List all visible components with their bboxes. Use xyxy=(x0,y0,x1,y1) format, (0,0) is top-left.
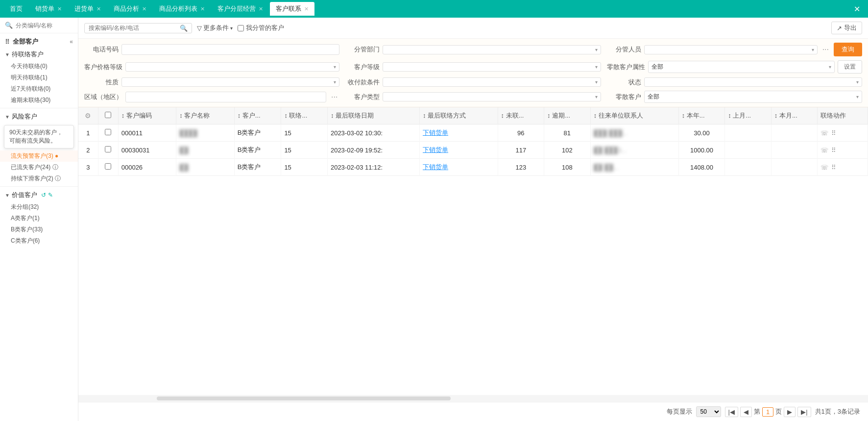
tab-analysis-close[interactable]: ✕ xyxy=(142,6,146,12)
my-customer-checkbox[interactable] xyxy=(238,25,244,31)
cell-no-contact: 96 xyxy=(498,124,544,142)
filter-search-input[interactable] xyxy=(89,25,177,31)
filter-search-box: 🔍 xyxy=(84,23,192,33)
adv-more-region[interactable]: ··· xyxy=(329,93,339,101)
page-next-btn[interactable]: ▶ xyxy=(784,407,796,417)
table-row: 3 000026 ██ B类客户 15 2023-02-03 11:12: 下销… xyxy=(78,159,868,176)
adv-row-nature: 性质 ▾ xyxy=(84,77,339,87)
adv-select-manager[interactable]: ▾ xyxy=(644,45,818,54)
filter-search-icon: 🔍 xyxy=(180,25,188,32)
content-area: 🔍 ▽ 更多条件 ▾ 我分管的客户 ↗ 导出 电话号码 xyxy=(78,18,868,421)
refresh-icon[interactable]: ↺ xyxy=(41,192,46,198)
row-checkbox[interactable] xyxy=(105,146,111,152)
tab-purchase-close[interactable]: ✕ xyxy=(96,6,101,12)
adv-select-status[interactable]: ▾ xyxy=(644,77,862,87)
filter-more-btn[interactable]: ▽ 更多条件 ▾ xyxy=(197,24,233,32)
sidebar-search-input[interactable] xyxy=(16,22,78,29)
tab-customer-tier-close[interactable]: ✕ xyxy=(259,6,263,12)
sidebar-group-value[interactable]: ▼ 价值客户 ↺ ✎ xyxy=(0,189,78,201)
sidebar-item-class-c[interactable]: C类客户(6) xyxy=(0,235,78,247)
action-more-icon[interactable]: ⠿ xyxy=(831,147,836,154)
sidebar-item-declining[interactable]: 持续下滑客户(2) ⓘ xyxy=(0,173,78,184)
tab-customer-contact[interactable]: 客户联系 ✕ xyxy=(270,2,314,16)
cell-this-year: 1408.00 xyxy=(678,159,725,176)
sidebar-item-7days[interactable]: 近7天待联络(0) xyxy=(0,83,78,95)
action-more-icon[interactable]: ⠿ xyxy=(831,129,836,137)
action-phone-icon[interactable]: ☏ xyxy=(820,147,828,154)
cell-contact: 15 xyxy=(281,142,328,159)
tab-analysis-list-close[interactable]: ✕ xyxy=(200,6,205,12)
adv-select-scatter[interactable]: 全部 ▾ xyxy=(644,91,862,103)
row-checkbox[interactable] xyxy=(105,129,111,135)
page-last-btn[interactable]: ▶| xyxy=(797,407,811,417)
sidebar-group-pending-label: 待联络客户 xyxy=(12,50,44,59)
sidebar-item-class-b[interactable]: B类客户(33) xyxy=(0,224,78,235)
sidebar-item-tomorrow[interactable]: 明天待联络(1) xyxy=(0,72,78,83)
export-button[interactable]: ↗ 导出 xyxy=(831,22,862,34)
adv-more-manager[interactable]: ··· xyxy=(820,45,831,54)
pagination: |◀ ◀ 第 1 页 ▶ ▶| xyxy=(725,407,811,417)
cell-name: ██ xyxy=(176,159,234,176)
sidebar-item-overdue[interactable]: 逾期未联络(30) xyxy=(0,95,78,106)
customer-table: ⚙ ↕ 客户编码 ↕ 客户名称 ↕ 客户... ↕ 联络... ↕ 最后联络日期… xyxy=(78,107,868,176)
adv-row-region: 区域（地区） ··· xyxy=(84,91,339,103)
th-settings[interactable]: ⚙ xyxy=(78,107,98,124)
tab-sales-close[interactable]: ✕ xyxy=(57,6,62,12)
adv-select-nature[interactable]: ▾ xyxy=(121,77,339,87)
adv-label-manager: 分管人员 xyxy=(607,45,641,54)
row-checkbox[interactable] xyxy=(105,163,111,170)
chevron-down-status: ▾ xyxy=(856,79,859,85)
tab-customer-contact-close[interactable]: ✕ xyxy=(304,6,309,12)
per-page-label: 每页显示 xyxy=(667,407,692,416)
page-first-btn[interactable]: |◀ xyxy=(725,407,738,417)
tab-analysis[interactable]: 商品分析 ✕ xyxy=(108,2,152,16)
adv-select-dept[interactable]: ▾ xyxy=(383,45,601,54)
cell-type: B类客户 xyxy=(234,142,281,159)
adv-select-customer-grade[interactable]: ▾ xyxy=(383,62,601,72)
sidebar-item-today[interactable]: 今天待联络(0) xyxy=(0,61,78,72)
adv-input-phone[interactable] xyxy=(121,44,339,55)
tab-customer-contact-label: 客户联系 xyxy=(276,4,301,13)
advanced-filter: 电话号码 分管部门 ▾ 分管人员 ▾ ··· 查询 xyxy=(78,39,868,107)
adv-select-customer-type[interactable]: ▾ xyxy=(383,92,601,101)
action-more-icon[interactable]: ⠿ xyxy=(831,164,836,171)
tab-home[interactable]: 首页 xyxy=(4,2,28,16)
edit-icon[interactable]: ✎ xyxy=(48,192,53,198)
sidebar-group-risk[interactable]: ▼ 风险客户 xyxy=(0,110,78,123)
adv-select-scatter-attr[interactable]: 全部 ▾ xyxy=(648,61,835,73)
adv-select-price-grade[interactable]: ▾ xyxy=(125,62,339,72)
sidebar-root[interactable]: ⠿ 全部客户 « xyxy=(0,33,78,48)
adv-row-scatter: 零散客户 全部 ▾ xyxy=(607,91,862,103)
cell-this-year: 1000.00 xyxy=(678,142,725,159)
sidebar-item-churned[interactable]: 已流失客户(24) ⓘ xyxy=(0,162,78,173)
tab-sales[interactable]: 销货单 ✕ xyxy=(29,2,68,16)
last-method-link[interactable]: 下销货单 xyxy=(423,146,448,153)
sidebar-item-class-a[interactable]: A类客户(1) xyxy=(0,213,78,224)
adv-select-payment[interactable]: ▾ xyxy=(383,77,601,87)
action-phone-icon[interactable]: ☏ xyxy=(820,164,828,171)
per-page-select[interactable]: 50 100 200 xyxy=(696,406,721,417)
last-method-link[interactable]: 下销货单 xyxy=(423,129,448,136)
action-phone-icon[interactable]: ☏ xyxy=(820,129,828,137)
query-button[interactable]: 查询 xyxy=(834,43,862,56)
select-all-checkbox[interactable] xyxy=(105,112,111,118)
tab-analysis-list[interactable]: 商品分析列表 ✕ xyxy=(153,2,211,16)
sidebar-search-icon: 🔍 xyxy=(5,22,13,29)
sidebar-group-pending[interactable]: ▼ 待联络客户 xyxy=(0,48,78,61)
adv-input-region[interactable] xyxy=(125,92,326,102)
sidebar-collapse-icon[interactable]: « xyxy=(70,38,73,45)
last-method-link[interactable]: 下销货单 xyxy=(423,163,448,171)
window-close-button[interactable]: ✕ xyxy=(850,4,864,14)
page-prev-btn[interactable]: ◀ xyxy=(740,407,752,417)
sidebar-item-ungroup[interactable]: 未分组(32) xyxy=(0,201,78,213)
chevron-down-payment: ▾ xyxy=(595,79,598,85)
tab-customer-tier[interactable]: 客户分层经营 ✕ xyxy=(212,2,269,16)
sidebar-group-value-label: 价值客户 xyxy=(12,191,37,199)
cell-index: 3 xyxy=(78,159,98,176)
setting-button[interactable]: 设置 xyxy=(838,60,862,74)
tab-purchase[interactable]: 进货单 ✕ xyxy=(69,2,107,16)
sidebar-item-churn-warning[interactable]: 流失预警客户(3) ● xyxy=(0,150,78,162)
cell-overdue: 81 xyxy=(544,124,591,142)
table-row: 1 000011 ████ B类客户 15 2023-03-02 10:30: … xyxy=(78,124,868,142)
adv-label-nature: 性质 xyxy=(84,78,119,87)
